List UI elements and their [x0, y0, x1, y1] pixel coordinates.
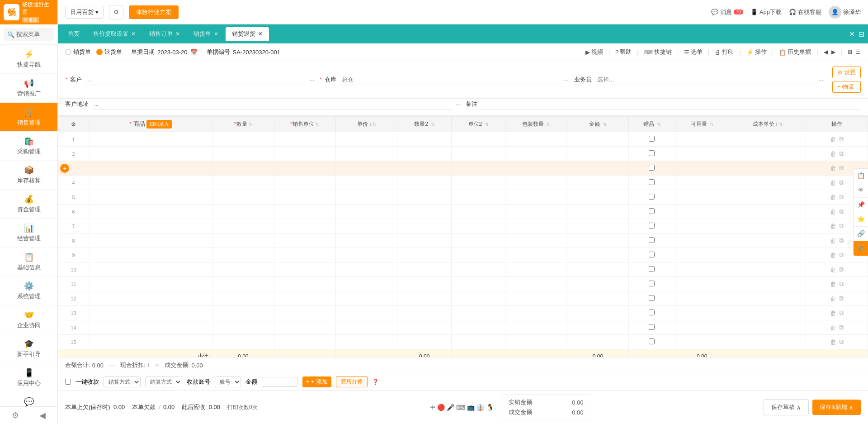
- tab-sales-close[interactable]: ✕: [214, 31, 218, 37]
- message-button[interactable]: 💬 消息 70: [711, 8, 743, 16]
- qty-cell[interactable]: [212, 147, 274, 161]
- costprice-cell[interactable]: [729, 147, 806, 161]
- rsi-item-6[interactable]: 📎: [854, 241, 868, 256]
- unit-cell[interactable]: [274, 132, 335, 147]
- user-profile-button[interactable]: 👤 徐泽华: [829, 6, 861, 19]
- product-input-active[interactable]: [91, 165, 210, 172]
- delete-row-icon[interactable]: 🗑: [830, 237, 836, 244]
- sidebar-item-operations[interactable]: 📊 经营管理: [0, 219, 57, 248]
- print-btn[interactable]: 🖨 打印: [715, 48, 734, 56]
- bottom-icon1[interactable]: 🔴: [437, 404, 445, 411]
- copy-row-icon[interactable]: ⧉: [839, 280, 844, 288]
- gift-checkbox[interactable]: [649, 252, 655, 257]
- select-btn[interactable]: ☰ 选单: [684, 48, 703, 56]
- address-lookup-btn[interactable]: ···: [455, 101, 460, 108]
- gift-checkbox[interactable]: [649, 150, 655, 156]
- rsi-item-5[interactable]: 🔗: [854, 227, 868, 241]
- sidebar-item-guide[interactable]: 🎓 新手引导: [0, 334, 57, 363]
- copy-row-icon[interactable]: ⧉: [839, 338, 844, 346]
- scan-input-btn[interactable]: 扫码录入: [146, 120, 172, 129]
- video-help-btn[interactable]: ▶ 视频: [585, 48, 603, 56]
- expense-btn[interactable]: 费用分摊: [336, 376, 368, 387]
- tab-sales[interactable]: 销货单 ✕: [187, 27, 225, 41]
- costprice-cell[interactable]: [729, 132, 806, 147]
- add-row-button[interactable]: +: [60, 164, 69, 173]
- gift-checkbox[interactable]: [649, 338, 655, 344]
- copy-row-icon[interactable]: ⧉: [839, 150, 844, 157]
- note-input[interactable]: [480, 99, 861, 110]
- qty2-cell[interactable]: [397, 132, 451, 147]
- delete-row-icon[interactable]: 🗑: [830, 252, 836, 259]
- copy-row-icon[interactable]: ⧉: [839, 251, 844, 259]
- pkgqty-cell[interactable]: [505, 132, 567, 147]
- delete-row-icon[interactable]: 🗑: [830, 266, 836, 273]
- tab-price-extract[interactable]: 售价提取设置 ✕: [87, 27, 142, 41]
- online-service-button[interactable]: 🎧 在线客服: [789, 8, 821, 16]
- price-cell[interactable]: [336, 161, 397, 176]
- view-list-btn[interactable]: ☰: [856, 49, 861, 55]
- add-payment-btn[interactable]: + + 添加: [302, 376, 331, 387]
- gift-checkbox[interactable]: [649, 324, 655, 330]
- tab-close-all-icon[interactable]: ✕: [849, 30, 855, 38]
- unit2-cell[interactable]: [451, 161, 505, 176]
- gift-checkbox[interactable]: [649, 310, 655, 315]
- settlement-select[interactable]: 结算方式: [104, 376, 141, 387]
- gift-checkbox[interactable]: [649, 295, 655, 301]
- unit2-cell[interactable]: [451, 147, 505, 161]
- bottom-icon4[interactable]: 📺: [467, 404, 475, 411]
- delete-row-icon[interactable]: 🗑: [830, 295, 836, 302]
- tab-sales-order-close[interactable]: ✕: [175, 31, 180, 37]
- sidebar-item-shortcut[interactable]: ⚡ 快捷导航: [0, 45, 57, 74]
- gift-checkbox[interactable]: [649, 136, 655, 142]
- gift-checkbox[interactable]: [649, 165, 655, 171]
- calc-select[interactable]: 结算方式: [145, 376, 182, 387]
- gift-checkbox[interactable]: [649, 223, 655, 229]
- rsi-item-1[interactable]: 📋: [854, 169, 868, 183]
- sidebar-item-basic-info[interactable]: 📋 基础信息: [0, 248, 57, 276]
- col-settings-header[interactable]: ⚙: [58, 117, 89, 132]
- avail-cell[interactable]: [675, 161, 729, 176]
- amount-cell[interactable]: [567, 147, 628, 161]
- settings-btn[interactable]: ⚙ 设置: [832, 67, 861, 78]
- app-download-button[interactable]: 📱 App下载: [750, 8, 782, 16]
- tab-sales-return[interactable]: 销货退货 ✕: [226, 27, 269, 41]
- tab-sales-return-close[interactable]: ✕: [258, 31, 263, 37]
- sidebar-item-wecom[interactable]: 💬 企业微信: [0, 392, 57, 406]
- history-btn[interactable]: 📋 历史单据: [779, 48, 811, 56]
- next-btn[interactable]: ▶: [831, 49, 835, 55]
- calendar-icon[interactable]: 📅: [190, 49, 198, 56]
- amount-cell[interactable]: [567, 161, 628, 176]
- copy-row-icon[interactable]: ⧉: [839, 237, 844, 244]
- warehouse-input[interactable]: [339, 74, 561, 85]
- payment-help-icon[interactable]: ❓: [372, 379, 379, 385]
- copy-row-icon[interactable]: ⧉: [839, 309, 844, 317]
- customer-input[interactable]: [85, 74, 307, 85]
- product-cell-active[interactable]: [89, 161, 212, 176]
- costprice-cell[interactable]: [729, 161, 806, 176]
- gift-checkbox[interactable]: [649, 237, 655, 243]
- delete-row-icon[interactable]: 🗑: [830, 136, 836, 143]
- gift-checkbox[interactable]: [649, 208, 655, 214]
- copy-row-icon[interactable]: ⧉: [839, 208, 844, 215]
- account-select[interactable]: 账号: [215, 376, 241, 387]
- avail-cell[interactable]: [675, 147, 729, 161]
- product-cell[interactable]: [89, 147, 212, 161]
- copy-row-icon[interactable]: ⧉: [839, 222, 844, 230]
- operation-btn[interactable]: ⚡ 操作: [746, 48, 767, 56]
- qty-cell[interactable]: [212, 132, 274, 147]
- salesperson-input[interactable]: [594, 74, 816, 85]
- copy-row-icon[interactable]: ⧉: [839, 324, 844, 331]
- tab-price-extract-close[interactable]: ✕: [131, 31, 136, 37]
- sidebar-item-marketing[interactable]: 📢 营销推广: [0, 74, 57, 103]
- unit2-cell[interactable]: [451, 132, 505, 147]
- radio-sales[interactable]: 销货单: [65, 48, 91, 56]
- pkgqty-cell[interactable]: [505, 161, 567, 176]
- save-new-button[interactable]: 保存&新增 ∧: [812, 400, 861, 415]
- tab-home[interactable]: 首页: [61, 27, 86, 41]
- bottom-icon3[interactable]: ⌨: [456, 404, 465, 411]
- one-click-payment-checkbox[interactable]: [65, 379, 71, 385]
- pkgqty-cell[interactable]: [505, 147, 567, 161]
- delete-row-icon[interactable]: 🗑: [830, 223, 836, 230]
- sidebar-item-sales[interactable]: 🛒 销售管理: [0, 103, 57, 132]
- product-cell[interactable]: [89, 132, 212, 147]
